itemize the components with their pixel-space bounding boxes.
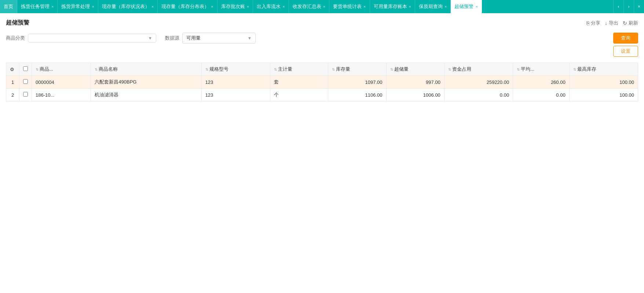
row-over-storage: 997.00 (386, 76, 444, 89)
th-product-name[interactable]: ⇅ 商品名称 (91, 63, 201, 76)
query-button[interactable]: 查询 (613, 33, 638, 44)
refresh-icon: ↻ (623, 20, 627, 26)
category-label: 商品分类 (6, 35, 25, 41)
nav-pick-task[interactable]: 拣货任务管理 × (17, 0, 58, 13)
category-select[interactable]: ▼ (28, 34, 156, 42)
category-filter: 商品分类 ▼ (6, 34, 156, 42)
row-capital: 259220.00 (444, 76, 513, 89)
row-product-name: 六配套新昌490BPG (91, 76, 201, 89)
th-over-storage[interactable]: ⇅ 超储量 (386, 63, 444, 76)
row-spec: 123 (201, 76, 270, 89)
datasource-label: 数据源 (165, 35, 179, 41)
nav-batch-account[interactable]: 库存批次账 × (217, 0, 253, 13)
sort-icon: ⇅ (517, 67, 520, 71)
nav-more-button[interactable]: × (634, 0, 644, 13)
th-spec[interactable]: ⇅ 规格型号 (201, 63, 270, 76)
nav-prev-button[interactable]: ‹ (613, 0, 623, 13)
row-product-code: 0000004 (32, 76, 91, 89)
close-icon[interactable]: × (282, 4, 285, 9)
row-product-code: 186-10... (32, 89, 91, 101)
settings-button[interactable]: 设置 (613, 46, 638, 57)
close-icon[interactable]: × (51, 4, 54, 9)
action-buttons: 查询 设置 (613, 33, 638, 57)
row-checkbox[interactable] (23, 79, 28, 84)
sort-icon: ⇅ (332, 67, 335, 71)
nav-next-button[interactable]: › (623, 0, 634, 13)
sort-icon: ⇅ (448, 67, 451, 71)
row-avg: 0.00 (513, 89, 570, 101)
row-capital: 0.00 (444, 89, 513, 101)
chevron-down-icon: ▼ (248, 36, 252, 40)
row-checkbox-cell[interactable] (19, 89, 32, 101)
row-over-storage: 1006.00 (386, 89, 444, 101)
th-capital[interactable]: ⇅ 资金占用 (444, 63, 513, 76)
top-navigation: 首页 拣货任务管理 × 拣货异常处理 × 现存量（库存状况表） × 现存量（库存… (0, 0, 644, 13)
close-icon[interactable]: × (92, 4, 94, 9)
nav-summary[interactable]: 收发存汇总表 × (289, 0, 329, 13)
row-unit: 套 (270, 76, 328, 89)
page-header: 超储预警 ⎘ 分享 ↓ 导出 ↻ 刷新 (6, 19, 638, 27)
nav-inventory-status[interactable]: 现存量（库存状况表） × (98, 0, 158, 13)
th-inventory[interactable]: ⇅ 库存量 (328, 63, 386, 76)
row-inventory: 1106.00 (328, 89, 386, 101)
datasource-filter: 数据源 可用量 ▼ (165, 33, 256, 44)
select-all-checkbox[interactable] (23, 66, 28, 71)
row-avg: 260.00 (513, 76, 570, 89)
page-title: 超储预警 (6, 19, 29, 27)
chevron-down-icon: ▼ (148, 36, 152, 40)
sort-icon: ⇅ (390, 67, 393, 71)
close-icon[interactable]: × (151, 4, 154, 9)
datasource-select[interactable]: 可用量 ▼ (182, 33, 256, 44)
nav-home[interactable]: 首页 (0, 0, 17, 13)
close-icon[interactable]: × (247, 4, 249, 9)
share-icon: ⎘ (586, 20, 589, 26)
row-spec: 123 (201, 89, 270, 101)
data-table: ⚙ ⇅ 商品... ⇅ 商品名称 (6, 63, 638, 101)
sort-icon: ⇅ (36, 67, 39, 71)
row-inventory: 1097.00 (328, 76, 386, 89)
share-button[interactable]: ⎘ 分享 (586, 20, 600, 26)
refresh-button[interactable]: ↻ 刷新 (623, 20, 638, 26)
nav-available-stock[interactable]: 可用量库存账本 × (370, 0, 415, 13)
datasource-value: 可用量 (186, 35, 201, 41)
close-icon[interactable]: × (323, 4, 325, 9)
row-checkbox-cell[interactable] (19, 76, 32, 89)
export-icon: ↓ (605, 20, 607, 26)
close-icon[interactable]: × (211, 4, 213, 9)
nav-quality-query[interactable]: 保质期查询 × (415, 0, 451, 13)
th-max-stock[interactable]: ⇅ 最高库存 (569, 63, 638, 76)
nav-arrows: ‹ › × (613, 0, 644, 13)
row-unit: 个 (270, 89, 328, 101)
row-max-stock: 100.00 (569, 89, 638, 101)
nav-order-stats[interactable]: 要货单统计表 × (329, 0, 370, 13)
table-row: 2 186-10... 机油滤清器 123 个 1106.00 1006.00 … (6, 89, 638, 101)
row-checkbox[interactable] (23, 92, 28, 97)
sort-icon: ⇅ (274, 67, 277, 71)
th-checkbox[interactable] (19, 63, 32, 76)
nav-inventory-dist[interactable]: 现存量（库存分布表） × (158, 0, 217, 13)
close-icon[interactable]: × (409, 4, 411, 9)
th-gear[interactable]: ⚙ (6, 63, 19, 76)
nav-pick-exception[interactable]: 拣货异常处理 × (58, 0, 98, 13)
page-container: 超储预警 ⎘ 分享 ↓ 导出 ↻ 刷新 商品分类 (0, 13, 644, 293)
th-unit[interactable]: ⇅ 主计量 (270, 63, 328, 76)
export-button[interactable]: ↓ 导出 (605, 20, 618, 26)
header-actions: ⎘ 分享 ↓ 导出 ↻ 刷新 (586, 20, 638, 26)
table-row: 1 0000004 六配套新昌490BPG 123 套 1097.00 997.… (6, 76, 638, 89)
row-product-name: 机油滤清器 (91, 89, 201, 101)
nav-over-storage[interactable]: 超储预警 × (451, 0, 482, 13)
sort-icon: ⇅ (95, 67, 98, 71)
row-max-stock: 100.00 (569, 76, 638, 89)
filter-row: 商品分类 ▼ 数据源 可用量 ▼ (6, 33, 607, 44)
close-icon[interactable]: × (475, 4, 477, 9)
gear-icon: ⚙ (10, 67, 14, 72)
close-icon[interactable]: × (444, 4, 447, 9)
sort-icon: ⇅ (573, 67, 576, 71)
th-avg[interactable]: ⇅ 平均... (513, 63, 570, 76)
sort-icon: ⇅ (205, 67, 208, 71)
row-index: 1 (6, 76, 19, 89)
close-icon[interactable]: × (363, 4, 366, 9)
row-index: 2 (6, 89, 19, 101)
th-product-code[interactable]: ⇅ 商品... (32, 63, 91, 76)
nav-inout-flow[interactable]: 出入库流水 × (253, 0, 289, 13)
